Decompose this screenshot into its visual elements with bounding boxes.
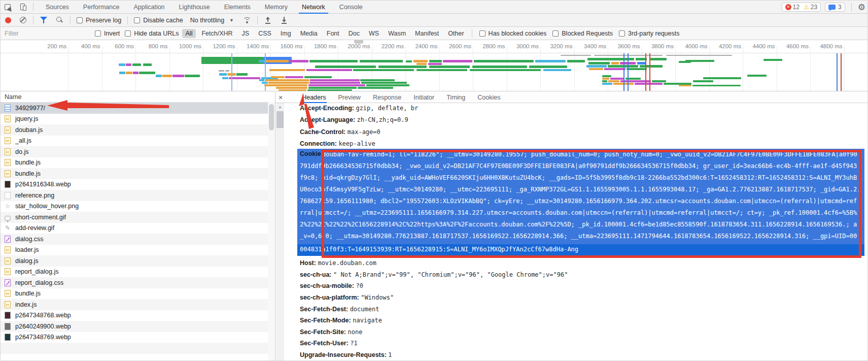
panel-tab-application[interactable]: Application [126, 1, 171, 14]
panel-tab-lighthouse[interactable]: Lighthouse [172, 1, 217, 14]
has-blocked-cookies-checkbox[interactable] [479, 30, 485, 37]
invert-checkbox[interactable] [95, 30, 101, 37]
request-row[interactable]: bundle.js [1, 157, 268, 169]
panel-tab-performance[interactable]: Performance [76, 1, 127, 14]
request-row[interactable]: p2640249900.webp [1, 321, 268, 332]
request-row[interactable]: ☆star_hollow_hover.png [1, 201, 268, 212]
type-filter-css[interactable]: CSS [255, 29, 275, 38]
type-filter-js[interactable]: JS [238, 29, 253, 38]
clear-icon[interactable] [20, 17, 26, 23]
type-filter-doc[interactable]: Doc [345, 29, 363, 38]
gridline [777, 46, 777, 53]
request-row[interactable]: dialog.js [1, 255, 268, 267]
request-name: dialog.css [15, 236, 44, 243]
type-filter-all[interactable]: All [182, 29, 196, 38]
filter-input[interactable] [5, 30, 86, 37]
request-row[interactable]: reference.png [1, 190, 268, 201]
request-row[interactable]: douban.js [1, 124, 268, 136]
details-tab-preview[interactable]: Preview [338, 92, 360, 103]
third-party-checkbox[interactable] [619, 30, 625, 37]
details-tab-response[interactable]: Response [373, 92, 401, 103]
header-row[interactable]: Accept-Encoding: gzip, deflate, br [300, 105, 418, 112]
hide-data-urls-checkbox[interactable] [125, 30, 131, 37]
request-row[interactable]: loader.js [1, 245, 268, 256]
header-row[interactable]: Sec-Fetch-User: ?1 [300, 340, 358, 347]
scrollbar-thumb[interactable] [276, 111, 284, 128]
request-row[interactable]: p2641916348.webp [1, 179, 268, 190]
request-row[interactable]: ✎add-review.gif [1, 223, 268, 234]
details-scrollbar[interactable]: ▲ [276, 103, 284, 361]
import-har-icon[interactable] [264, 17, 271, 24]
type-filter-fetch-xhr[interactable]: Fetch/XHR [198, 29, 236, 38]
type-filter-manifest[interactable]: Manifest [411, 29, 442, 38]
header-row[interactable]: Cache-Control: max-age=0 [300, 128, 380, 136]
header-row[interactable]: Connection: keep-alive [300, 140, 375, 147]
header-row[interactable]: Upgrade-Insecure-Requests: 1 [300, 351, 392, 358]
waterfall-overview[interactable] [1, 53, 868, 91]
js-file-icon [5, 115, 11, 122]
type-filter-wasm[interactable]: Wasm [385, 29, 409, 38]
type-filter-img[interactable]: Img [277, 29, 295, 38]
throttling-select[interactable]: No throttling [190, 17, 224, 24]
request-row[interactable]: report_dialog.js [1, 267, 268, 278]
request-list-scrollbar[interactable] [268, 102, 275, 361]
request-row[interactable]: p2647348768.webp [1, 310, 268, 321]
type-filter-media[interactable]: Media [297, 29, 321, 38]
record-icon[interactable] [5, 17, 11, 23]
header-row[interactable]: sec-ch-ua: " Not A;Brand";v="99", "Chrom… [300, 271, 568, 278]
header-row[interactable]: Sec-Fetch-Dest: document [300, 306, 379, 313]
details-tab-cookies[interactable]: Cookies [477, 92, 500, 103]
console-messages-badge[interactable]: 3 [825, 3, 845, 12]
header-row[interactable]: sec-ch-ua-mobile: ?0 [300, 282, 363, 289]
header-row[interactable]: Accept-Language: zh-CN,zh;q=0.9 [300, 116, 408, 123]
preserve-log-checkbox[interactable] [77, 17, 83, 23]
filter-funnel-icon[interactable] [40, 17, 47, 23]
type-filter-font[interactable]: Font [323, 29, 343, 38]
blocked-requests-checkbox[interactable] [552, 30, 559, 37]
request-row[interactable]: index.js [1, 299, 268, 310]
search-icon[interactable] [56, 17, 63, 24]
type-filter-ws[interactable]: WS [365, 29, 383, 38]
request-row[interactable]: _all.js [1, 136, 268, 147]
header-row[interactable]: sec-ch-ua-platform: "Windows" [300, 294, 394, 301]
details-tab-timing[interactable]: Timing [446, 92, 465, 103]
details-tab-headers[interactable]: Headers [302, 92, 326, 103]
issues-badge[interactable]: ✕ 12 ⚠ 23 [782, 3, 821, 12]
disable-cache-checkbox[interactable] [134, 17, 140, 23]
waterfall-bar [264, 84, 307, 86]
chevron-down-icon[interactable]: ▼ [229, 18, 234, 23]
export-har-icon[interactable] [281, 17, 288, 24]
scroll-up-icon[interactable]: ▲ [276, 103, 284, 111]
panel-tab-elements[interactable]: Elements [217, 1, 258, 14]
panel-tab-console[interactable]: Console [332, 1, 370, 14]
header-row[interactable]: Sec-Fetch-Mode: navigate [300, 317, 382, 324]
waterfall-bar [271, 76, 285, 78]
request-row[interactable]: p2647348769.webp [1, 332, 268, 343]
request-row[interactable]: jquery.js [1, 114, 268, 125]
request-row[interactable]: dialog.css [1, 234, 268, 245]
request-row[interactable]: short-comment.gif [1, 212, 268, 223]
panel-tab-memory[interactable]: Memory [258, 1, 295, 14]
settings-gear-icon[interactable]: ⚙ [858, 2, 865, 13]
name-column-header[interactable]: Name [1, 92, 275, 103]
panel-tab-sources[interactable]: Sources [39, 1, 76, 14]
inspect-icon[interactable] [4, 3, 12, 11]
request-row[interactable]: do.js [1, 146, 268, 157]
request-row[interactable]: 34929977/ [1, 103, 268, 114]
request-row[interactable]: bundle.js [1, 288, 268, 300]
type-filter-other[interactable]: Other [444, 29, 467, 38]
close-icon[interactable]: × [279, 93, 283, 102]
header-row[interactable]: Host: movie.douban.com [300, 259, 376, 267]
panel-tab-network[interactable]: Network [295, 1, 332, 14]
waterfall-bar [266, 60, 289, 62]
details-tab-initiator[interactable]: Initiator [413, 92, 434, 103]
request-row[interactable]: bundle.js [1, 168, 268, 179]
scrollbar-thumb[interactable] [269, 104, 274, 130]
device-toolbar-icon[interactable] [19, 3, 27, 11]
network-conditions-icon[interactable] [243, 17, 251, 23]
header-row[interactable]: Sec-Fetch-Site: none [300, 329, 362, 336]
red-annotation-box [322, 150, 861, 258]
waterfall-bar [162, 75, 172, 77]
waterfall-bar [429, 60, 442, 62]
request-row[interactable]: report_dialog.css [1, 277, 268, 288]
